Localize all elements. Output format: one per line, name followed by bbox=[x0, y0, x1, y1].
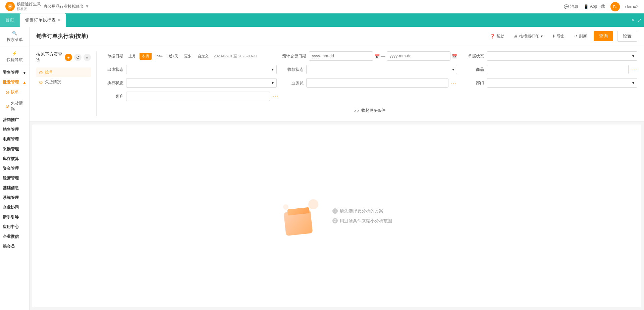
exec-status-select[interactable]: ▾ bbox=[126, 78, 277, 88]
settings-btn[interactable]: 设置 bbox=[617, 31, 637, 42]
customer-label: 客户 bbox=[102, 94, 123, 99]
sidebar-item-inventory[interactable]: 库存核算 bbox=[0, 153, 29, 163]
field-delivery-status: 出库状态 ▾ bbox=[102, 65, 277, 74]
calendar-end-icon[interactable]: 📅 bbox=[452, 54, 457, 59]
search-icon: 🔍 bbox=[12, 31, 17, 36]
customer-input[interactable] bbox=[126, 92, 270, 101]
filter-row-3: 执行状态 ▾ 业务员 ··· 部门 bbox=[102, 78, 637, 88]
date-btn-last-month[interactable]: 上月 bbox=[126, 53, 138, 60]
delivery-status-select[interactable]: ▾ bbox=[126, 65, 277, 74]
expected-date-end[interactable] bbox=[387, 51, 450, 61]
breadcrumb: 办公用品行业模拟账套 ▼ bbox=[44, 4, 89, 9]
customer-dots[interactable]: ··· bbox=[273, 94, 279, 99]
tab-home[interactable]: 首页 bbox=[0, 13, 20, 27]
sidebar-item-operations[interactable]: 经营管理 bbox=[0, 173, 29, 183]
doc-status-select[interactable]: ▾ bbox=[487, 51, 637, 61]
dept-arrow: ▾ bbox=[632, 81, 634, 85]
date-btn-more[interactable]: 更多 bbox=[182, 53, 194, 60]
exec-status-arrow: ▾ bbox=[272, 81, 274, 85]
sidebar-item-wholesale[interactable]: 批发管理 ▲ bbox=[0, 77, 29, 87]
logo-icon bbox=[5, 2, 15, 11]
sidebar-item-appcenter[interactable]: 应用中心 bbox=[0, 221, 29, 231]
date-btn-this-year[interactable]: 本年 bbox=[153, 53, 165, 60]
logo-area: 畅捷通好生意 标准版 bbox=[5, 2, 41, 11]
avatar-text: Ea bbox=[613, 5, 618, 9]
scheme-refresh-btn[interactable]: ↺ bbox=[74, 54, 82, 61]
help-label: 帮助 bbox=[496, 34, 504, 39]
refresh-icon: ↺ bbox=[574, 34, 578, 39]
field-salesman: 业务员 ··· bbox=[282, 78, 457, 88]
print-label: 按模板打印 bbox=[519, 34, 539, 39]
message-icon: 💬 bbox=[564, 4, 569, 9]
message-action[interactable]: 💬 消息 bbox=[564, 4, 578, 9]
query-btn[interactable]: 查询 bbox=[594, 31, 613, 41]
date-btn-7days[interactable]: 近7天 bbox=[166, 53, 180, 60]
goods-input[interactable] bbox=[487, 65, 629, 74]
payment-status-select[interactable]: ▾ bbox=[306, 65, 457, 74]
goods-dots[interactable]: ··· bbox=[631, 67, 637, 72]
header-left: 畅捷通好生意 标准版 办公用品行业模拟账套 ▼ bbox=[5, 2, 89, 11]
breadcrumb-dropdown-icon[interactable]: ▼ bbox=[85, 4, 89, 9]
print-icon: 🖨 bbox=[514, 34, 518, 39]
print-btn[interactable]: 🖨 按模板打印 ▾ bbox=[511, 32, 545, 41]
sidebar-item-system[interactable]: 系统管理 bbox=[0, 192, 29, 202]
dept-select[interactable]: ▾ bbox=[487, 78, 637, 88]
refresh-btn[interactable]: ↺ 刷新 bbox=[572, 32, 590, 41]
date-btn-this-month[interactable]: 本月 bbox=[140, 53, 152, 60]
sidebar-item-basic[interactable]: 基础信息 bbox=[0, 183, 29, 192]
sidebar-item-sales[interactable]: 销售管理 bbox=[0, 124, 29, 134]
page-header: 销售订单执行表(按单) ❓ 帮助 🖨 按模板打印 ▾ ⬇ 导出 ↺ 刷新 bbox=[30, 27, 644, 46]
empty-step2: 用过滤条件来缩小分析范围 bbox=[340, 217, 392, 225]
salesman-input[interactable] bbox=[306, 78, 448, 88]
sidebar-quick-nav[interactable]: ⚡ 快捷导航 bbox=[0, 47, 29, 67]
settings-label: 设置 bbox=[623, 33, 632, 39]
sidebar-item-finance[interactable]: 资金管理 bbox=[0, 163, 29, 173]
sidebar-item-ecommerce[interactable]: 电商管理 bbox=[0, 134, 29, 144]
tab-active[interactable]: 销售订单执行表 × bbox=[20, 13, 66, 27]
salesman-dots[interactable]: ··· bbox=[451, 80, 457, 86]
sidebar-marketing-label: 营销推广 bbox=[3, 117, 19, 123]
sidebar-enterprise-label: 企业协同 bbox=[3, 205, 19, 210]
scheme-item-order[interactable]: ⊙ 按单 bbox=[36, 67, 91, 77]
app-download-action[interactable]: 📱 App下载 bbox=[584, 4, 605, 9]
print-dropdown-icon: ▾ bbox=[541, 34, 543, 39]
query-label: 查询 bbox=[599, 33, 608, 39]
sidebar-sales-label: 销售管理 bbox=[3, 127, 19, 133]
sidebar-item-member[interactable]: 畅会员 bbox=[0, 241, 29, 251]
sidebar-search[interactable]: 🔍 搜索菜单 bbox=[0, 27, 29, 47]
empty-text: 1 请先选择要分析的方案 2 用过滤条件来缩小分析范围 bbox=[332, 207, 392, 225]
scheme-collapse-btn[interactable]: « bbox=[84, 54, 91, 61]
field-goods: 商品 ··· bbox=[463, 65, 637, 74]
expected-date-start[interactable] bbox=[309, 51, 373, 61]
sidebar-sub-backorder-label: 欠货情况 bbox=[11, 100, 26, 112]
export-btn[interactable]: ⬇ 导出 bbox=[549, 32, 568, 41]
scheme-add-btn[interactable]: + bbox=[65, 54, 72, 61]
sidebar-sub-backorder[interactable]: ⊙ 欠货情况 bbox=[0, 98, 29, 114]
payment-status-arrow: ▾ bbox=[452, 67, 454, 72]
sidebar: 🔍 搜索菜单 ⚡ 快捷导航 零售管理 ▼ 批发管理 ▲ ⊙ 按单 ⊙ 欠货情况 … bbox=[0, 27, 30, 310]
collapse-row[interactable]: ∧∧ 收起更多条件 bbox=[102, 105, 637, 116]
field-exec-status: 执行状态 ▾ bbox=[102, 78, 277, 88]
user-name[interactable]: demo2 bbox=[625, 4, 639, 9]
scheme-item-backorder[interactable]: ⊙ 欠货情况 bbox=[36, 77, 91, 87]
window-maximize-btn[interactable]: ⤢ bbox=[637, 17, 641, 23]
sidebar-item-retail[interactable]: 零售管理 ▼ bbox=[0, 67, 29, 77]
sidebar-appcenter-label: 应用中心 bbox=[3, 224, 19, 230]
window-close-btn[interactable]: × bbox=[631, 17, 634, 23]
tab-close-icon[interactable]: × bbox=[58, 18, 60, 22]
logo-subtitle: 标准版 bbox=[17, 7, 41, 11]
delivery-status-label: 出库状态 bbox=[102, 67, 123, 72]
sidebar-item-marketing[interactable]: 营销推广 bbox=[0, 114, 29, 124]
dept-label: 部门 bbox=[463, 80, 484, 86]
sidebar-item-wechat[interactable]: 企业微信 bbox=[0, 231, 29, 241]
filter-layout: 按以下方案查询 + ↺ « ⊙ 按单 ⊙ 欠货情况 bbox=[36, 51, 637, 116]
sidebar-item-purchase[interactable]: 采购管理 bbox=[0, 144, 29, 153]
calendar-start-icon[interactable]: 📅 bbox=[374, 54, 380, 59]
sidebar-item-guide[interactable]: 新手引导 bbox=[0, 212, 29, 221]
date-btn-custom[interactable]: 自定义 bbox=[195, 53, 211, 60]
help-btn[interactable]: ❓ 帮助 bbox=[487, 32, 507, 41]
sidebar-retail-arrow: ▼ bbox=[22, 70, 26, 75]
sidebar-item-enterprise[interactable]: 企业协同 bbox=[0, 202, 29, 212]
filter-right: 单据日期 上月 本月 本年 近7天 更多 自定义 2023-03-01 至 20… bbox=[97, 51, 637, 116]
sidebar-sub-order[interactable]: ⊙ 按单 bbox=[0, 87, 29, 98]
